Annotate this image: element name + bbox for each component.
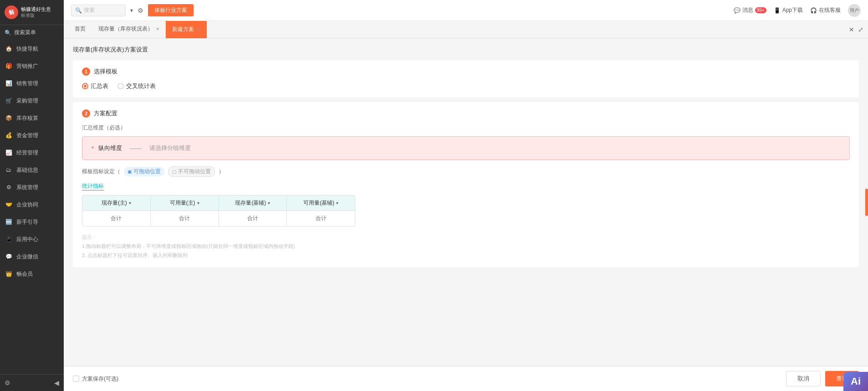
sidebar-item-sales[interactable]: 📊 销售管理 (0, 75, 64, 92)
topbar-dropdown-arrow[interactable]: ▾ (130, 7, 133, 14)
save-plan-label: 方案保存(可选) (82, 375, 118, 383)
message-badge: 99+ (755, 7, 766, 13)
win-maximize-icon[interactable]: ⤢ (858, 26, 863, 33)
message-label: 消息 (742, 6, 753, 14)
avatar-text: 用户 (850, 7, 859, 14)
main-content: 现存量(库存状况表)方案设置 1 选择模板 汇总表 交叉统计表 2 (64, 38, 868, 366)
bottom-bar: 方案保存(可选) 取消 查询 (64, 366, 868, 391)
stats-section: 统计指标 现存量(主) ▾ 可用量(主) ▾ 现存量(基辅) (82, 182, 850, 260)
sidebar-item-enterprise[interactable]: 🤝 企业协同 (0, 196, 64, 213)
tip-item2: 2. 点击标题栏下拉可设置排序、插入列和删除列 (82, 252, 188, 258)
radio-crosstab[interactable]: 交叉统计表 (117, 82, 156, 90)
sidebar-item-inventory[interactable]: 📦 库存核算 (0, 109, 64, 127)
indicator-settings-label: 模板指标设定（ (82, 168, 120, 175)
dimension-field-label: 纵向维度 (98, 144, 122, 152)
radio-summary-circle (82, 83, 88, 89)
sidebar-item-quicknav[interactable]: 🏠 快捷导航 (0, 40, 64, 57)
col-available-aux-label: 可用量(基辅) (303, 199, 334, 207)
sidebar-footer: ⚙ ◀ (0, 374, 64, 391)
message-item[interactable]: 💬 消息 99+ (734, 6, 766, 14)
col-available-main[interactable]: 可用量(主) ▾ (151, 196, 219, 211)
col-available-aux-arrow[interactable]: ▾ (336, 201, 338, 206)
system-icon: ⚙ (5, 183, 13, 191)
template-radio-group: 汇总表 交叉统计表 (82, 82, 850, 90)
sidebar-item-member[interactable]: 👑 畅会员 (0, 265, 64, 283)
section2-num: 2 (82, 109, 90, 118)
radio-summary[interactable]: 汇总表 (82, 82, 108, 90)
col-current-main[interactable]: 现存量(主) ▾ (82, 196, 151, 211)
user-avatar[interactable]: 用户 (848, 4, 861, 17)
topbar-search-box[interactable]: 🔍 搜索 (71, 5, 126, 16)
sidebar-search-label: 搜索菜单 (14, 29, 36, 36)
save-plan-row: 方案保存(可选) (73, 375, 118, 383)
sidebar-search[interactable]: 🔍 搜索菜单 (0, 25, 64, 40)
indicator-close-paren: ） (219, 168, 224, 175)
tab-new-close[interactable]: ✕ (197, 27, 200, 32)
dimension-box[interactable]: * 纵向维度 —— 请选择分组维度 (82, 136, 850, 160)
section1-title: 选择模板 (94, 67, 117, 76)
tab-new-plan[interactable]: 新建方案 ✕ (166, 21, 207, 38)
inventory-icon: 📦 (5, 114, 13, 122)
appcenter-icon: 📱 (5, 235, 13, 243)
marketing-icon: 🎁 (5, 62, 13, 70)
message-icon: 💬 (734, 7, 740, 14)
col-current-main-arrow[interactable]: ▾ (129, 201, 131, 206)
non-draggable-label: 不可拖动位置 (178, 168, 211, 175)
settings-icon[interactable]: ⚙ (5, 379, 10, 386)
sidebar-item-finance[interactable]: 💰 资金管理 (0, 127, 64, 144)
cancel-button[interactable]: 取消 (786, 371, 821, 386)
sidebar-item-operations[interactable]: 📈 经营管理 (0, 144, 64, 161)
app-name: 畅赚通好生意 (21, 6, 51, 12)
ai-badge[interactable]: Ai (843, 372, 868, 391)
sales-icon: 📊 (5, 79, 13, 87)
section1-header: 1 选择模板 (82, 67, 850, 76)
dimension-required: * (92, 145, 94, 152)
cell-current-aux-val: 合计 (247, 215, 258, 222)
window-controls: ✕ ⤢ (849, 26, 863, 33)
save-plan-checkbox[interactable] (73, 376, 79, 382)
newguide-icon: 🆕 (5, 218, 13, 226)
col-available-aux[interactable]: 可用量(基辅) ▾ (287, 196, 355, 211)
online-support-item[interactable]: 🎧 在线客服 (810, 6, 841, 14)
search-icon: 🔍 (5, 30, 11, 36)
tab-home[interactable]: 首页 (68, 21, 92, 38)
tab-inventory-label: 现存量（库存状况表） (98, 25, 153, 33)
sidebar-item-wechat[interactable]: 💬 企业微信 (0, 248, 64, 265)
draggable-label: 可拖动位置 (133, 168, 161, 175)
tab-inventory-report[interactable]: 现存量（库存状况表） ✕ (92, 21, 166, 38)
non-draggable-icon: ▢ (172, 169, 176, 174)
sidebar-item-appcenter[interactable]: 📱 应用中心 (0, 231, 64, 248)
sidebar-item-newguide[interactable]: 🆕 新手引导 (0, 213, 64, 231)
dimension-label: 汇总维度（必选） (82, 124, 850, 132)
stats-table-row: 合计 合计 合计 合计 (82, 211, 355, 226)
quicknav-icon: 🏠 (5, 45, 13, 53)
sidebar-item-basicinfo[interactable]: 🗂 基础信息 (0, 161, 64, 179)
tips-section: 提示： 1.拖动标题栏可以调整布局，不可跨维度或指标区域拖动(只能在同一维度或指… (82, 233, 850, 260)
sidebar-item-system[interactable]: ⚙ 系统管理 (0, 179, 64, 196)
radio-crosstab-circle (117, 83, 124, 89)
draggable-hint: 模板指标设定（ ▣ 可拖动位置 ▢ 不可拖动位置 ） (82, 166, 850, 177)
section-template: 1 选择模板 汇总表 交叉统计表 (73, 60, 859, 98)
radio-summary-label: 汇总表 (91, 82, 108, 90)
section1-num: 1 (82, 67, 90, 76)
col-current-aux[interactable]: 现存量(基辅) ▾ (219, 196, 287, 211)
sidebar-item-purchase[interactable]: 🛒 采购管理 (0, 92, 64, 109)
app-download-item[interactable]: 📱 App下载 (774, 6, 803, 14)
sidebar-nav: 🏠 快捷导航 🎁 营销推广 📊 销售管理 🛒 采购管理 📦 库存核算 💰 资金管… (0, 40, 64, 374)
win-close-icon[interactable]: ✕ (849, 26, 854, 33)
draggable-icon: ▣ (128, 169, 132, 174)
sidebar-item-label: 营销推广 (16, 62, 38, 70)
topbar-gear-icon[interactable]: ⚙ (138, 7, 143, 14)
sidebar-item-marketing[interactable]: 🎁 营销推广 (0, 57, 64, 75)
collapse-icon[interactable]: ◀ (54, 379, 59, 386)
tab-inventory-close[interactable]: ✕ (156, 26, 159, 31)
trial-button[interactable]: 体验行业方案 (148, 4, 194, 16)
sidebar-item-label: 企业微信 (16, 253, 38, 261)
col-current-aux-arrow[interactable]: ▾ (268, 201, 270, 206)
col-current-aux-label: 现存量(基辅) (235, 199, 266, 207)
basicinfo-icon: 🗂 (5, 166, 13, 174)
app-download-icon: 📱 (774, 7, 781, 14)
sidebar-item-label: 畅会员 (16, 270, 33, 278)
col-available-main-arrow[interactable]: ▾ (197, 201, 199, 206)
col-current-main-label: 现存量(主) (102, 199, 127, 207)
